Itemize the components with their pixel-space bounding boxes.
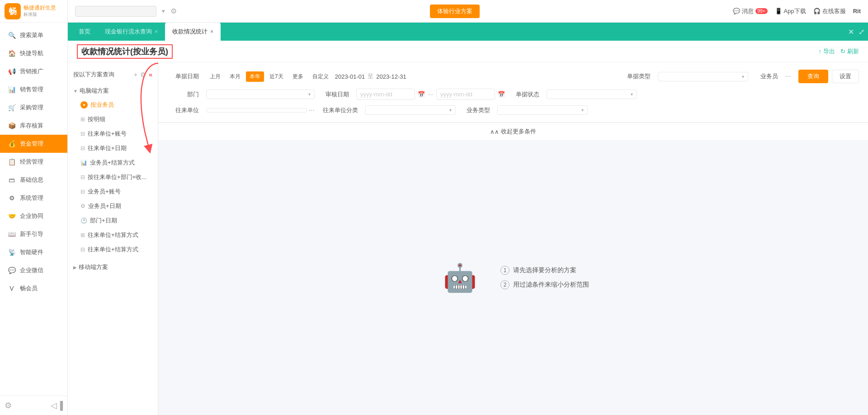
settings-filter-btn[interactable]: 设置 bbox=[832, 70, 859, 83]
scheme-item-5[interactable]: ⊟按往来单位+部门+收... bbox=[68, 170, 158, 184]
tab-bank-flow[interactable]: 现金银行流水查询 × bbox=[98, 23, 165, 41]
nav-label-enterprise: 企业协同 bbox=[20, 212, 43, 220]
settings-topbar-icon[interactable]: ⚙ bbox=[170, 7, 177, 15]
refresh-icon: ↻ bbox=[840, 48, 845, 55]
scheme-item-icon-8: 🕐 bbox=[80, 217, 87, 224]
tab-collection-stats-close[interactable]: × bbox=[210, 28, 213, 35]
sidebar-item-wechat[interactable]: 💬企业微信 bbox=[0, 261, 67, 279]
query-btn[interactable]: 查询 bbox=[798, 70, 828, 83]
message-area[interactable]: 💬 消息 99+ bbox=[733, 7, 768, 15]
scheme-item-10[interactable]: ⊟往来单位+结算方式 bbox=[68, 242, 158, 257]
logo-icon: 畅 bbox=[5, 3, 21, 19]
sidebar-item-purchase[interactable]: 🛒采购管理 bbox=[0, 99, 67, 117]
partner-type-select[interactable]: ▾ bbox=[365, 105, 456, 115]
settings-icon[interactable]: ⚙ bbox=[5, 401, 12, 410]
scheme-item-2[interactable]: ⊟往来单位+账号 bbox=[68, 127, 158, 141]
sidebar: 畅 畅捷通好生意 标准版 🔍搜索菜单🏠快捷导航📢营销推广📊销售管理🛒采购管理📦库… bbox=[0, 0, 68, 415]
scheme-settings-btn[interactable]: ⚙ bbox=[140, 71, 146, 78]
nav-label-operations: 经营管理 bbox=[20, 158, 43, 166]
scheme-group-mobile-header[interactable]: ▶ 移动端方案 bbox=[68, 260, 158, 274]
empty-robot-icon: 🤖 bbox=[437, 255, 482, 300]
sidebar-item-enterprise[interactable]: 🤝企业协同 bbox=[0, 207, 67, 225]
scheme-item-icon-1: ⊞ bbox=[80, 116, 85, 123]
sidebar-item-quick-nav[interactable]: 🏠快捷导航 bbox=[0, 44, 67, 62]
sidebar-item-guide[interactable]: 📖新手引导 bbox=[0, 225, 67, 243]
app-download-btn[interactable]: 📱 App下载 bbox=[775, 7, 806, 15]
scheme-item-9[interactable]: ⊞往来单位+结算方式 bbox=[68, 228, 158, 242]
tab-bank-flow-close[interactable]: × bbox=[155, 28, 158, 35]
doc-status-arrow: ▾ bbox=[631, 92, 633, 97]
scheme-group-mobile: ▶ 移动端方案 bbox=[68, 259, 158, 276]
tab-home[interactable]: 首页 bbox=[71, 23, 98, 41]
collapse-sidebar-icon[interactable]: ◁▐ bbox=[51, 401, 63, 410]
refresh-btn[interactable]: ↻ 刷新 bbox=[840, 47, 859, 56]
date-tab-上月[interactable]: 上月 bbox=[206, 71, 224, 82]
nav-icon-guide: 📖 bbox=[7, 230, 16, 239]
dropdown-icon[interactable]: ▾ bbox=[162, 8, 165, 14]
scheme-collapse-btn[interactable]: « bbox=[149, 71, 152, 78]
logo-badge: 标准版 bbox=[24, 11, 56, 18]
calendar-icon-from: 📅 bbox=[418, 91, 425, 98]
tab-collection-stats[interactable]: 收款情况统计 × bbox=[165, 23, 221, 41]
dept-select[interactable]: ▾ bbox=[206, 90, 315, 99]
scheme-item-icon-5: ⊟ bbox=[80, 174, 85, 180]
close-all-tabs-btn[interactable]: ✕ bbox=[848, 28, 854, 36]
export-btn[interactable]: ↑ 导出 bbox=[819, 47, 835, 56]
nav-label-smart-hw: 智能硬件 bbox=[20, 248, 43, 256]
date-tab-自定义[interactable]: 自定义 bbox=[309, 71, 332, 82]
review-date-to[interactable]: yyyy-mm-dd bbox=[436, 89, 495, 100]
doc-status-select[interactable]: ▾ bbox=[547, 90, 637, 99]
trial-button[interactable]: 体验行业方案 bbox=[430, 5, 480, 18]
biz-type-select[interactable]: ▾ bbox=[497, 105, 588, 115]
sidebar-item-basic-info[interactable]: 🗃基础信息 bbox=[0, 171, 67, 189]
hint-num-1: 1 bbox=[500, 266, 509, 275]
sidebar-item-marketing[interactable]: 📢营销推广 bbox=[0, 62, 67, 80]
sidebar-item-system[interactable]: ⚙系统管理 bbox=[0, 189, 67, 207]
date-tab-近7天[interactable]: 近7天 bbox=[266, 71, 287, 82]
date-tab-更多[interactable]: 更多 bbox=[289, 71, 307, 82]
scheme-item-label-5: 按往来单位+部门+收... bbox=[88, 173, 146, 181]
scheme-group-desktop-header[interactable]: ▼ 电脑端方案 bbox=[68, 84, 158, 98]
message-badge: 99+ bbox=[755, 8, 768, 14]
scheme-item-8[interactable]: 🕐部门+日期 bbox=[68, 213, 158, 228]
hint-num-2: 2 bbox=[500, 280, 509, 289]
scheme-item-label-8: 部门+日期 bbox=[90, 217, 117, 225]
maximize-btn[interactable]: ⤢ bbox=[859, 28, 864, 36]
scheme-item-0[interactable]: ●按业务员 bbox=[68, 98, 158, 112]
scheme-item-7[interactable]: ⚙业务员+日期 bbox=[68, 199, 158, 213]
review-date-from[interactable]: yyyy-mm-dd bbox=[356, 89, 415, 100]
online-service-btn[interactable]: 🎧 在线客服 bbox=[813, 7, 846, 15]
sidebar-item-member[interactable]: V畅会员 bbox=[0, 279, 67, 297]
sidebar-item-inventory[interactable]: 📦库存核算 bbox=[0, 117, 67, 135]
salesman-more-btn[interactable]: ··· bbox=[785, 72, 791, 80]
scheme-add-btn[interactable]: + bbox=[134, 71, 137, 78]
sidebar-item-finance[interactable]: 💰资金管理 bbox=[0, 135, 67, 153]
scheme-item-1[interactable]: ⊞按明细 bbox=[68, 112, 158, 127]
sidebar-item-sales[interactable]: 📊销售管理 bbox=[0, 80, 67, 99]
topbar: ▾ ⚙ 体验行业方案 💬 消息 99+ 📱 App下载 🎧 在线客服 Rit bbox=[68, 0, 868, 23]
scheme-item-3[interactable]: ⊟往来单位+日期 bbox=[68, 141, 158, 156]
scheme-item-6[interactable]: ⊟业务员+账号 bbox=[68, 184, 158, 199]
breadcrumb-input[interactable] bbox=[75, 6, 156, 17]
content-area: 按以下方案查询 + ⚙ « ▼ 电脑端方案 ●按业务员⊞按明细⊟往来单位+账号⊟… bbox=[68, 62, 868, 415]
nav-icon-basic-info: 🗃 bbox=[7, 175, 16, 184]
collapse-bar[interactable]: ∧∧ 收起更多条件 bbox=[158, 123, 868, 140]
tab-collection-stats-label: 收款情况统计 bbox=[172, 28, 208, 36]
scheme-item-label-4: 业务员+结算方式 bbox=[90, 159, 135, 167]
nav-label-quick-nav: 快捷导航 bbox=[20, 49, 43, 57]
doc-type-arrow: ▾ bbox=[742, 74, 744, 79]
date-tab-本年[interactable]: 本年 bbox=[246, 71, 264, 82]
doc-type-select[interactable]: ▾ bbox=[658, 72, 748, 81]
scheme-header-icons: + ⚙ « bbox=[134, 71, 152, 78]
partner-more-btn[interactable]: ··· bbox=[309, 106, 315, 114]
scheme-item-4[interactable]: 📊业务员+结算方式 bbox=[68, 156, 158, 170]
sidebar-item-smart-hw[interactable]: 📡智能硬件 bbox=[0, 243, 67, 261]
user-name[interactable]: Rit bbox=[853, 8, 861, 14]
review-date-label: 审核日期 bbox=[322, 90, 349, 99]
nav-icon-finance: 💰 bbox=[7, 139, 16, 148]
sidebar-item-operations[interactable]: 📋经营管理 bbox=[0, 153, 67, 171]
message-icon: 💬 bbox=[733, 8, 740, 14]
partner-select[interactable] bbox=[206, 108, 307, 113]
sidebar-item-search-menu[interactable]: 🔍搜索菜单 bbox=[0, 26, 67, 44]
date-tab-本月[interactable]: 本月 bbox=[226, 71, 244, 82]
